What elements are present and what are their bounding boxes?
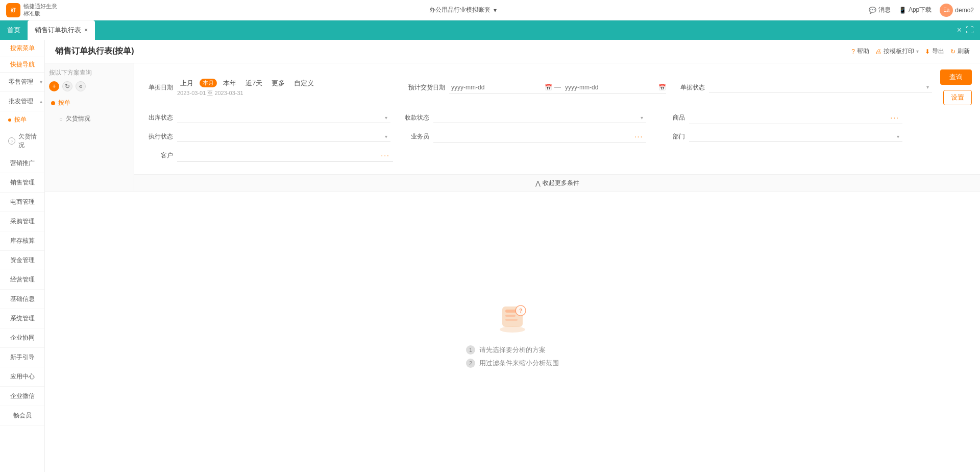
sidebar-item-operations[interactable]: 经营管理 (0, 270, 44, 290)
date-btn-this-month[interactable]: 本月 (200, 79, 217, 87)
breadcrumb: 办公用品行业模拟账套 ▾ (429, 6, 497, 14)
refresh-icon: ↻ (950, 48, 955, 55)
customer-dots-icon[interactable]: ··· (381, 151, 390, 159)
help-action[interactable]: ? 帮助 (851, 47, 869, 56)
print-action[interactable]: 🖨 按模板打印 ▾ (875, 47, 919, 56)
calendar-start-icon[interactable]: 📅 (545, 84, 552, 91)
filter-date-field: 单据日期 上月 本月 本年 近7天 更多 自定义 (142, 78, 400, 97)
sidebar-search[interactable]: 搜索菜单 (0, 40, 44, 57)
svg-text:?: ? (519, 308, 522, 314)
sidebar-item-collaboration[interactable]: 企业协同 (0, 328, 44, 348)
sidebar-item-marketing[interactable]: 营销推广 (0, 154, 44, 173)
filter-payment-status-field: 收款状态 ▾ (399, 113, 647, 123)
breadcrumb-arrow-icon[interactable]: ▾ (494, 7, 497, 14)
filter-line-2: 出库状态 ▾ 收款状态 ▾ (142, 111, 972, 124)
top-bar-left: 好 畅捷通好生意 标准版 (6, 3, 57, 17)
query-button[interactable]: 查询 (940, 69, 972, 85)
avatar: Ea (940, 4, 953, 17)
user-menu[interactable]: Ea demo2 (940, 4, 974, 17)
scheme-sub-icon: ○ (59, 116, 63, 122)
date-sep: — (554, 83, 561, 91)
refresh-action[interactable]: ↻ 刷新 (950, 47, 970, 56)
page-actions: ? 帮助 🖨 按模板打印 ▾ ⬇ 导出 ↻ 刷新 (851, 47, 970, 62)
delivery-date-start[interactable] (449, 82, 543, 93)
sidebar-sub-item-shortage[interactable]: ○ 欠货情况 (0, 128, 44, 154)
sidebar-item-purchase[interactable]: 采购管理 (0, 212, 44, 231)
tab-sales-order[interactable]: 销售订单执行表 × (28, 20, 95, 40)
filter-goods-field: 商品 ··· (654, 111, 902, 124)
sidebar-item-system[interactable]: 系统管理 (0, 309, 44, 328)
salesperson-input-area[interactable]: ··· (433, 130, 647, 143)
date-btn-7days[interactable]: 近7天 (242, 78, 265, 88)
sidebar-item-retail[interactable]: 零售管理 ▾ (0, 73, 44, 92)
calendar-end-icon[interactable]: 📅 (658, 84, 666, 91)
delivery-status-select[interactable]: ▾ (177, 113, 390, 123)
sidebar-item-wechat[interactable]: 企业微信 (0, 387, 44, 406)
scheme-active-dot-icon (51, 101, 55, 105)
filter-main-wrapper: 单据日期 上月 本月 本年 近7天 更多 自定义 (134, 63, 980, 192)
filter-customer-field: 客户 ··· (142, 149, 393, 162)
date-btn-last-month[interactable]: 上月 (177, 78, 197, 88)
sidebar-item-sales[interactable]: 销售管理 (0, 173, 44, 193)
filter-line-4: 客户 ··· (142, 149, 972, 162)
date-quick-btns: 上月 本月 本年 近7天 更多 自定义 (177, 78, 400, 88)
collapse-scheme-button[interactable]: « (76, 81, 86, 91)
delivery-status-label: 出库状态 (142, 113, 173, 122)
sidebar-item-ecommerce[interactable]: 电商管理 (0, 193, 44, 212)
tab-home[interactable]: 首页 (0, 20, 28, 40)
goods-input-area[interactable]: ··· (689, 111, 902, 124)
set-button[interactable]: 设置 (943, 90, 972, 105)
sidebar-quick-nav[interactable]: 快捷导航 (0, 57, 44, 73)
top-bar: 好 畅捷通好生意 标准版 办公用品行业模拟账套 ▾ 💬 消息 📱 App下载 E… (0, 0, 980, 20)
tab-bar: 首页 销售订单执行表 × × ⛶ (0, 20, 980, 40)
tab-maximize-icon[interactable]: ⛶ (966, 26, 974, 35)
execution-status-chevron-icon: ▾ (385, 134, 387, 139)
date-btn-custom[interactable]: 自定义 (291, 78, 317, 88)
filter-line-1: 单据日期 上月 本月 本年 近7天 更多 自定义 (142, 69, 972, 105)
refresh-scheme-button[interactable]: ↻ (62, 81, 72, 91)
date-btn-more[interactable]: 更多 (268, 78, 288, 88)
tip-num-1: 1 (466, 345, 475, 355)
sidebar-item-inventory[interactable]: 库存核算 (0, 231, 44, 251)
add-scheme-button[interactable]: + (49, 81, 59, 91)
tab-close-window-icon[interactable]: × (957, 26, 962, 35)
empty-tip-2: 2 用过滤条件来缩小分析范围 (466, 359, 559, 368)
scheme-sub-item-shortage[interactable]: ○ 欠货情况 (57, 112, 128, 125)
payment-status-chevron-icon: ▾ (641, 115, 643, 121)
app-icon: 📱 (899, 7, 906, 14)
app-download-button[interactable]: 📱 App下载 (899, 6, 932, 14)
sidebar-sub-item-by-order[interactable]: 按单 (0, 111, 44, 128)
sidebar-item-wholesale[interactable]: 批发管理 ▴ (0, 92, 44, 111)
collapse-more-conditions[interactable]: ⋀ 收起更多条件 (134, 174, 980, 192)
message-button[interactable]: 💬 消息 (869, 6, 891, 14)
export-action[interactable]: ⬇ 导出 (925, 47, 944, 56)
sidebar-item-finance[interactable]: 资金管理 (0, 251, 44, 270)
page-header: 销售订单执行表(按单) ? 帮助 🖨 按模板打印 ▾ ⬇ 导出 ↻ 刷新 (45, 40, 980, 63)
sidebar-item-members[interactable]: 畅会员 (0, 406, 44, 426)
date-btn-this-year[interactable]: 本年 (220, 78, 239, 88)
sidebar-item-guide[interactable]: 新手引导 (0, 348, 44, 367)
tab-close-icon[interactable]: × (84, 27, 88, 34)
payment-status-select[interactable]: ▾ (433, 113, 647, 123)
delivery-date-end[interactable] (563, 82, 656, 93)
filter-line-3: 执行状态 ▾ 业务员 ··· (142, 130, 972, 143)
print-icon: 🖨 (875, 48, 881, 55)
customer-input-area[interactable]: ··· (177, 149, 393, 162)
filter-salesperson-field: 业务员 ··· (399, 130, 647, 143)
execution-status-select[interactable]: ▾ (177, 132, 390, 142)
department-chevron-icon: ▾ (897, 134, 899, 139)
sidebar-item-apps[interactable]: 应用中心 (0, 367, 44, 387)
execution-status-label: 执行状态 (142, 132, 173, 141)
department-select[interactable]: ▾ (689, 132, 902, 142)
department-label: 部门 (654, 132, 685, 141)
filter-execution-status-field: 执行状态 ▾ (142, 132, 390, 142)
delivery-status-chevron-icon: ▾ (385, 115, 387, 121)
goods-dots-icon[interactable]: ··· (890, 113, 899, 122)
filter-bill-status-field: 单据状态 ▾ (674, 82, 932, 92)
bill-status-select[interactable]: ▾ (709, 82, 932, 92)
payment-status-label: 收款状态 (399, 113, 429, 122)
salesperson-dots-icon[interactable]: ··· (634, 132, 644, 140)
sidebar-item-basic-info[interactable]: 基础信息 (0, 290, 44, 309)
print-arrow-icon: ▾ (916, 49, 919, 54)
scheme-item-by-order[interactable]: 按单 (49, 96, 130, 110)
